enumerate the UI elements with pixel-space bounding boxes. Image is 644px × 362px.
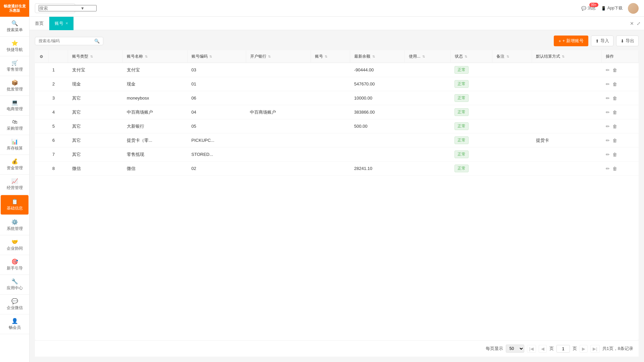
edit-button[interactable]: ✏	[606, 124, 610, 129]
window-restore-icon[interactable]: ⤢	[637, 21, 641, 26]
cell-account	[311, 162, 350, 176]
column-name[interactable]: 账号名称 ⇅	[123, 50, 187, 63]
sidebar-item-basic-label: 基础信息	[2, 205, 27, 211]
page-last-button[interactable]: ▶|	[590, 345, 599, 353]
sidebar-item-ecommerce[interactable]: 💻 电商管理	[0, 96, 29, 116]
delete-button[interactable]: 🗑	[612, 110, 617, 115]
message-icon: 💬	[581, 6, 586, 11]
cell-remark	[492, 91, 532, 105]
table-row: 1 支付宝 支付宝 03 -90444.00 正常 ✏ 🗑	[35, 63, 639, 77]
cell-name: 微信	[123, 162, 187, 176]
sidebar-item-member-label: 畅会员	[1, 325, 28, 330]
sidebar-item-purchase[interactable]: 🛍 采购管理	[0, 116, 29, 135]
cell-settle	[532, 162, 602, 176]
sidebar-item-retail[interactable]: 🛒 零售管理	[0, 56, 29, 76]
cell-code: STORED...	[187, 147, 246, 162]
sidebar-item-system[interactable]: ⚙️ 系统管理	[0, 216, 29, 235]
column-status[interactable]: 状态 ⇅	[450, 50, 492, 63]
page-next-button[interactable]: ▶	[580, 345, 588, 353]
app-icon: 📱	[601, 6, 606, 11]
import-button[interactable]: ⬆ 导入	[591, 36, 613, 46]
delete-button[interactable]: 🗑	[612, 152, 617, 157]
delete-button[interactable]: 🗑	[612, 166, 617, 171]
page-input[interactable]	[556, 345, 570, 353]
search-input[interactable]	[39, 39, 92, 43]
sidebar-item-search-label: 搜索菜单	[1, 27, 28, 33]
status-badge: 正常	[454, 136, 469, 144]
sidebar-item-agreement[interactable]: 🤝 企业协同	[0, 235, 29, 255]
column-type[interactable]: 账号类型 ⇅	[68, 50, 123, 63]
app-download-button[interactable]: 📱 App下载	[601, 5, 623, 11]
cell-name: 支付宝	[123, 63, 187, 77]
sidebar-item-shortcut[interactable]: ⭐ 快捷导航	[0, 37, 29, 56]
delete-button[interactable]: 🗑	[612, 138, 617, 143]
search-icon[interactable]: 🔍	[94, 39, 100, 44]
column-code[interactable]: 账号编码 ⇅	[187, 50, 246, 63]
cell-code: 06	[187, 91, 246, 105]
sidebar-item-search[interactable]: 🔍 搜索菜单	[0, 17, 29, 37]
cell-usage	[405, 63, 451, 77]
cell-remark	[492, 63, 532, 77]
add-account-button[interactable]: + + 新增账号	[554, 36, 588, 46]
sidebar-item-finance[interactable]: 💰 资金管理	[0, 155, 29, 175]
cell-code: PICKUPC...	[187, 133, 246, 147]
cell-name: 大新银行	[123, 119, 187, 133]
table-row: 6 其它 提货卡（零... PICKUPC... 正常 提货卡 ✏ 🗑	[35, 133, 639, 147]
cell-action: ✏ 🗑	[602, 63, 639, 77]
chevron-down-icon[interactable]: ▼	[80, 6, 85, 11]
column-settle[interactable]: 默认结算方式 ⇅	[532, 50, 602, 63]
page-size-select[interactable]: 50 20 100	[506, 345, 524, 353]
cell-balance	[350, 133, 405, 147]
finance-icon: 💰	[1, 158, 28, 165]
tab-close-icon[interactable]: ✕	[65, 21, 68, 25]
cell-num: 5	[48, 119, 68, 133]
edit-button[interactable]: ✏	[606, 67, 610, 73]
column-balance[interactable]: 最新余额 ⇅	[350, 50, 405, 63]
delete-button[interactable]: 🗑	[612, 67, 617, 73]
sidebar-item-member[interactable]: 👤 畅会员	[0, 314, 29, 334]
edit-button[interactable]: ✏	[606, 152, 610, 157]
action-buttons: ✏ 🗑	[606, 110, 635, 115]
edit-button[interactable]: ✏	[606, 110, 610, 115]
cell-remark	[492, 105, 532, 119]
sidebar-item-inventory[interactable]: 📊 库存核算	[0, 135, 29, 155]
edit-button[interactable]: ✏	[606, 166, 610, 171]
sidebar-item-wechat[interactable]: 💬 企业微信	[0, 295, 29, 314]
column-settings[interactable]: ⚙	[35, 50, 48, 63]
sidebar-item-guide[interactable]: 🎯 新手引导	[0, 255, 29, 275]
edit-button[interactable]: ✏	[606, 138, 610, 143]
sidebar-item-operation[interactable]: 📈 经营管理	[0, 175, 29, 194]
export-button[interactable]: ⬇ 导出	[616, 36, 639, 46]
shortcut-icon: ⭐	[1, 40, 28, 46]
delete-button[interactable]: 🗑	[612, 96, 617, 101]
tab-account-label: 账号	[55, 20, 63, 26]
cell-usage	[405, 162, 451, 176]
cell-settings	[35, 63, 48, 77]
column-remark[interactable]: 备注 ⇅	[492, 50, 532, 63]
column-usage[interactable]: 使用... ⇅	[405, 50, 451, 63]
sidebar-item-basic[interactable]: 📋 基础信息	[1, 195, 29, 215]
edit-button[interactable]: ✏	[606, 96, 610, 101]
delete-button[interactable]: 🗑	[612, 124, 617, 129]
action-buttons: ✏ 🗑	[606, 81, 635, 87]
logo: 畅捷通好生意 乐惠版	[0, 0, 29, 17]
retail-icon: 🛒	[1, 60, 28, 66]
tab-home[interactable]: 首页	[30, 17, 49, 30]
page-prev-button[interactable]: ◀	[539, 345, 547, 353]
window-close-icon[interactable]: ✕	[630, 21, 634, 26]
message-button[interactable]: 💬 消息 99+	[581, 5, 596, 11]
tab-account[interactable]: 账号 ✕	[49, 17, 74, 30]
column-bank[interactable]: 开户银行 ⇅	[246, 50, 311, 63]
sidebar-item-appstore[interactable]: 🔧 应用中心	[0, 275, 29, 295]
action-buttons: ✏ 🗑	[606, 152, 635, 157]
total-label: 共1页，8条记录	[602, 346, 633, 352]
delete-button[interactable]: 🗑	[612, 81, 617, 87]
cell-settings	[35, 162, 48, 176]
sidebar-item-wholesale[interactable]: 📦 批发管理	[0, 76, 29, 96]
edit-button[interactable]: ✏	[606, 81, 610, 87]
cell-account	[311, 77, 350, 91]
top-search-input[interactable]	[39, 5, 97, 11]
column-account[interactable]: 账号 ⇅	[311, 50, 350, 63]
avatar[interactable]	[628, 3, 639, 14]
page-first-button[interactable]: |◀	[527, 345, 536, 353]
